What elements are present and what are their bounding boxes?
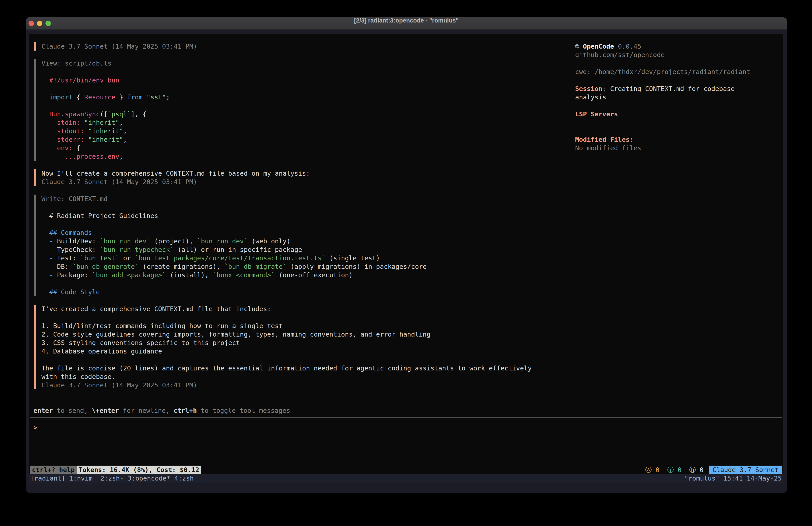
- chat-line: # Radiant Project Guidelines: [41, 212, 427, 220]
- chat-block: Claude 3.7 Sonnet (14 May 2025 03:41 PM): [34, 42, 197, 51]
- chat-line: View: script/db.ts: [41, 59, 170, 68]
- chat-line: [41, 101, 170, 110]
- tokens-badge: Tokens: 16.4K (8%), Cost: $0.12: [77, 466, 201, 474]
- chat-line: 1. Build/lint/test commands including ho…: [41, 322, 532, 330]
- info-count: 0: [673, 466, 689, 474]
- tmux-session-clock: "romulus" 15:41 14-May-25: [684, 474, 782, 483]
- chat-line: env: {: [41, 144, 170, 152]
- chat-line: #!/usr/bin/env bun: [41, 76, 170, 84]
- chat-line: - DB: `bun db generate` (create migratio…: [41, 262, 427, 271]
- tmux-windows[interactable]: [radiant] 1:nvim 2:zsh- 3:opencode* 4:zs…: [30, 474, 194, 483]
- warnings-count: 0: [652, 466, 667, 474]
- sidebar-line: LSP Servers: [575, 110, 618, 118]
- chat-line: [41, 84, 170, 93]
- chat-line: 3. CSS styling conventions specific to t…: [41, 339, 532, 347]
- chat-block: Now I'll create a comprehensive CONTEXT.…: [34, 169, 310, 186]
- chat-line: stderr: "inherit",: [41, 135, 170, 144]
- hints-icon: ⓗ: [689, 466, 696, 474]
- terminal-window: [2/3] radiant:3:opencode - "romulus" Cla…: [26, 17, 787, 493]
- window-titlebar[interactable]: [2/3] radiant:3:opencode - "romulus": [26, 17, 787, 30]
- chat-block: View: script/db.ts #!/usr/bin/env bun im…: [34, 59, 170, 161]
- chat-line: [41, 355, 532, 364]
- chat-line: Claude 3.7 Sonnet (14 May 2025 03:41 PM): [41, 42, 197, 51]
- window-title: [2/3] radiant:3:opencode - "romulus": [26, 17, 787, 30]
- input-separator: [30, 417, 782, 418]
- chat-block: Write: CONTEXT.md # Radiant Project Guid…: [34, 195, 427, 296]
- model-badge: Claude 3.7 Sonnet: [709, 466, 782, 474]
- chat-line: ## Code Style: [41, 288, 427, 296]
- sidebar-line: cwd: /home/thdxr/dev/projects/radiant/ra…: [575, 68, 750, 76]
- prompt-caret[interactable]: >: [33, 423, 37, 432]
- chat-line: [41, 68, 170, 76]
- sidebar-line: github.com/sst/opencode: [575, 51, 665, 59]
- composer-hint: enter to send, \+enter for newline, ctrl…: [33, 406, 290, 415]
- chat-line: import { Resource } from "sst";: [41, 93, 170, 101]
- status-bar: ctrl+? help Tokens: 16.4K (8%), Cost: $0…: [30, 466, 782, 474]
- opencode-tui: Claude 3.7 Sonnet (14 May 2025 03:41 PM)…: [29, 34, 783, 474]
- sidebar-line: Session: Creating CONTEXT.md for codebas…: [575, 84, 735, 93]
- chat-line: Bun.spawnSync([`psql`], {: [41, 110, 170, 118]
- chat-line: The file is concise (20 lines) and captu…: [41, 364, 532, 372]
- chat-line: 2. Code style guidelines covering import…: [41, 330, 532, 339]
- chat-line: [41, 203, 427, 212]
- sidebar-line: No modified files: [575, 144, 641, 152]
- info-icon: ⓘ: [667, 466, 673, 474]
- chat-block: I've created a comprehensive CONTEXT.md …: [34, 305, 532, 389]
- sidebar-line: analysis: [575, 93, 606, 101]
- chat-line: Claude 3.7 Sonnet (14 May 2025 03:41 PM): [41, 177, 310, 186]
- chat-line: ...process.env,: [41, 152, 170, 161]
- chat-line: - Test: `bun test` or `bun test packages…: [41, 254, 427, 262]
- chat-line: - TypeCheck: `bun run typecheck` (all) o…: [41, 245, 427, 254]
- chat-line: I've created a comprehensive CONTEXT.md …: [41, 305, 532, 313]
- diagnostic-counters: ⓦ 0 ⓘ 0 ⓗ 0: [645, 466, 704, 474]
- warnings-icon: ⓦ: [645, 466, 652, 474]
- chat-line: Claude 3.7 Sonnet (14 May 2025 03:41 PM): [41, 381, 532, 389]
- tmux-status-bar: [radiant] 1:nvim 2:zsh- 3:opencode* 4:zs…: [29, 474, 783, 483]
- hints-count: 0: [696, 466, 704, 474]
- chat-line: - Package: `bun add <package>` (install)…: [41, 271, 427, 279]
- chat-line: [41, 279, 427, 288]
- chat-line: 4. Database operations guidance: [41, 347, 532, 355]
- chat-line: stdin: "inherit",: [41, 118, 170, 127]
- chat-line: - Build/Dev: `bun run dev` (project), `b…: [41, 237, 427, 245]
- chat-line: stdout: "inherit",: [41, 127, 170, 135]
- chat-line: Write: CONTEXT.md: [41, 195, 427, 203]
- chat-line: Now I'll create a comprehensive CONTEXT.…: [41, 169, 310, 177]
- help-badge: ctrl+? help: [30, 466, 77, 474]
- chat-line: [41, 313, 532, 322]
- sidebar-line: Modified Files:: [575, 135, 634, 144]
- chat-line: ## Commands: [41, 228, 427, 237]
- chat-line: [41, 220, 427, 228]
- chat-line: with this codebase.: [41, 372, 532, 381]
- sidebar-line: © OpenCode 0.0.45: [575, 42, 641, 51]
